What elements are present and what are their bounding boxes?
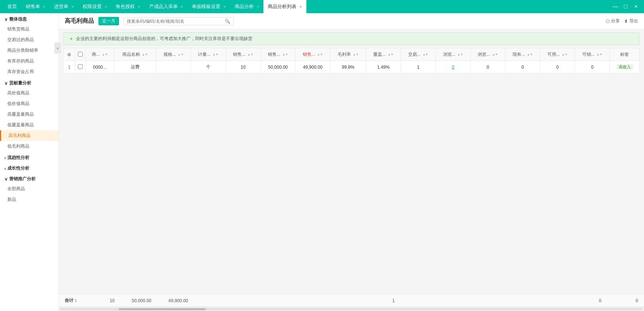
chevron-right-icon: › <box>4 166 6 171</box>
col-spec[interactable]: 规格... ▲▼ <box>156 48 191 61</box>
col-transaction[interactable]: 交易... ▲▼ <box>401 48 436 61</box>
col-browse1[interactable]: 浏览... ▲▼ <box>436 48 471 61</box>
sidebar-item-category-sales-rate[interactable]: 商品分类助销率 <box>0 45 58 56</box>
sidebar-item-high-value[interactable]: 高价值商品 <box>0 88 58 98</box>
footer-sales-qty: 10 <box>85 298 115 303</box>
col-checkbox[interactable] <box>75 48 86 61</box>
nav-sales[interactable]: 销售单 × <box>21 0 50 13</box>
sidebar-item-sales-goods[interactable]: 销售货商品 <box>0 24 58 35</box>
sidebar-item-low-value[interactable]: 低价值商品 <box>0 98 58 109</box>
col-browse2[interactable]: 浏览... ▲▼ <box>471 48 506 61</box>
filter-recent-month-button[interactable]: 近一月 <box>98 17 119 25</box>
sidebar-item-traded-goods[interactable]: 交易过的商品 <box>0 35 58 45</box>
col-sales-profit[interactable]: 销售... ▲▼ <box>295 48 330 61</box>
col-tag[interactable]: 标签 <box>610 48 640 61</box>
row-current-stock: 0 <box>505 61 540 73</box>
sidebar-group-contribution[interactable]: ∨ 贡献量分析 <box>0 77 58 88</box>
col-current-stock[interactable]: 现有... ▲▼ <box>505 48 540 61</box>
row-transaction: 1 <box>401 61 436 73</box>
row-sellable: 0 <box>575 61 610 73</box>
chevron-right-icon: › <box>4 155 6 160</box>
content-area: 高毛利商品 近一月 🔍 ⬡ 分享 ⬆ 导出 ✦ 企业的主要的利润都是这部分商品创… <box>59 13 644 311</box>
sidebar-group-marketing[interactable]: ∨ 营销推广分析 <box>0 173 58 184</box>
col-coverage[interactable]: 覆盖... ▲▼ <box>366 48 401 61</box>
search-icon[interactable]: 🔍 <box>225 19 230 24</box>
chevron-down-icon: ∨ <box>4 81 8 86</box>
row-tag: 高收入 <box>610 61 640 73</box>
close-purchase-tab[interactable]: × <box>71 4 73 9</box>
info-banner: ✦ 企业的主要的利润都是这部分商品创造的，可考虑加大推广，同时关注库存是不要出现… <box>63 32 640 45</box>
sidebar-group-trend[interactable]: › 流趋性分析 <box>0 152 58 162</box>
nav-purchase[interactable]: 进货单 × <box>50 0 78 13</box>
close-template-tab[interactable]: × <box>223 4 226 9</box>
col-code[interactable]: 商... ▲▼ <box>86 48 114 61</box>
col-unit[interactable]: 计量... ▲▼ <box>191 48 226 61</box>
sidebar-group-overall[interactable]: ∨ 整体信息 <box>0 13 58 24</box>
col-name[interactable]: 商品名称 ▲▼ <box>114 48 156 61</box>
row-checkbox[interactable] <box>75 61 86 73</box>
col-sales-qty[interactable]: 销售... ▲▼ <box>226 48 260 61</box>
chevron-down-icon: ∨ <box>4 17 8 22</box>
sidebar-item-low-coverage[interactable]: 低覆盖量商品 <box>0 120 58 130</box>
footer-current-stock: 0 <box>572 298 601 303</box>
export-icon: ⬆ <box>624 19 628 24</box>
sidebar-item-in-stock[interactable]: 有库存的商品 <box>0 56 58 66</box>
col-gross-margin[interactable]: 毛利率 ▲▼ <box>330 48 366 61</box>
nav-product-analysis[interactable]: 商品分析 × <box>230 0 263 13</box>
row-name: 运费 <box>114 61 156 73</box>
col-sales-amount[interactable]: 销售... ▲▼ <box>260 48 295 61</box>
row-browse1[interactable]: 0 <box>436 61 471 73</box>
row-unit: 个 <box>191 61 226 73</box>
share-button[interactable]: ⬡ 分享 <box>606 18 620 24</box>
sidebar-item-low-margin[interactable]: 低毛利商品 <box>0 141 58 152</box>
table-container: ⚙ 商... ▲▼ 商品名称 ▲▼ 规格... ▲▼ <box>59 48 644 294</box>
sidebar-item-high-coverage[interactable]: 高覆盖量商品 <box>0 109 58 120</box>
table-header-row: ⚙ 商... ▲▼ 商品名称 ▲▼ 规格... ▲▼ <box>64 48 640 61</box>
share-icon: ⬡ <box>606 19 609 24</box>
close-permission-tab[interactable]: × <box>105 4 107 9</box>
close-role-tab[interactable]: × <box>138 4 140 9</box>
row-sales-profit: 49,900.00 <box>295 61 330 73</box>
row-spec <box>156 61 191 73</box>
nav-permission[interactable]: 权限设置 × <box>78 0 111 13</box>
search-box: 🔍 <box>123 17 234 25</box>
sidebar-item-stock-capital[interactable]: 库存资金占用 <box>0 66 58 77</box>
nav-template[interactable]: 单据模板设置 × <box>187 0 230 13</box>
col-sellable[interactable]: 可销... ▲▼ <box>575 48 610 61</box>
nav-role[interactable]: 角色授权 × <box>111 0 144 13</box>
sidebar-item-high-margin[interactable]: 高毛利商品 <box>0 130 58 141</box>
sidebar-item-new-goods[interactable]: 新品 <box>0 194 58 205</box>
sidebar-item-all-goods[interactable]: 全部商品 <box>0 184 58 194</box>
window-maximize[interactable]: □ <box>620 1 631 12</box>
col-settings[interactable]: ⚙ <box>64 48 75 61</box>
top-navigation: 首页 销售单 × 进货单 × 权限设置 × 角色授权 × 产成品入库单 × 单据… <box>0 0 644 13</box>
close-product-analysis-tab[interactable]: × <box>257 4 259 9</box>
horizontal-scrollbar[interactable] <box>59 307 644 311</box>
close-sales-tab[interactable]: × <box>43 4 45 9</box>
chevron-down-icon: ∨ <box>4 177 8 182</box>
nav-product-analysis-list[interactable]: 商品分析列表 × <box>263 0 306 13</box>
product-table: ⚙ 商... ▲▼ 商品名称 ▲▼ 规格... ▲▼ <box>63 48 640 73</box>
window-close[interactable]: × <box>631 1 641 12</box>
sidebar-group-growth[interactable]: › 成长性分析 <box>0 162 58 173</box>
scrollbar-thumb[interactable] <box>119 308 206 310</box>
row-sales-qty: 10 <box>226 61 260 73</box>
header-actions: ⬡ 分享 ⬆ 导出 <box>606 18 638 24</box>
row-num: 1 <box>64 61 75 73</box>
content-header: 高毛利商品 近一月 🔍 ⬡ 分享 ⬆ 导出 <box>59 13 644 29</box>
select-all-checkbox[interactable] <box>78 52 83 57</box>
row-available: 0 <box>540 61 575 73</box>
sidebar-collapse-button[interactable]: « <box>54 43 61 54</box>
page-title: 高毛利商品 <box>65 17 94 25</box>
export-button[interactable]: ⬆ 导出 <box>624 18 638 24</box>
nav-home[interactable]: 首页 <box>3 0 21 13</box>
nav-product-entry[interactable]: 产成品入库单 × <box>145 0 187 13</box>
col-available[interactable]: 可用... ▲▼ <box>540 48 575 61</box>
close-product-entry-tab[interactable]: × <box>181 4 183 9</box>
footer-transaction: 1 <box>366 298 395 303</box>
row-code[interactable]: 0000... <box>86 61 114 73</box>
row-gross-margin: 99.8% <box>330 61 366 73</box>
close-product-analysis-list-tab[interactable]: × <box>299 4 302 9</box>
window-minimize[interactable]: — <box>610 1 620 12</box>
search-input[interactable] <box>127 19 225 24</box>
